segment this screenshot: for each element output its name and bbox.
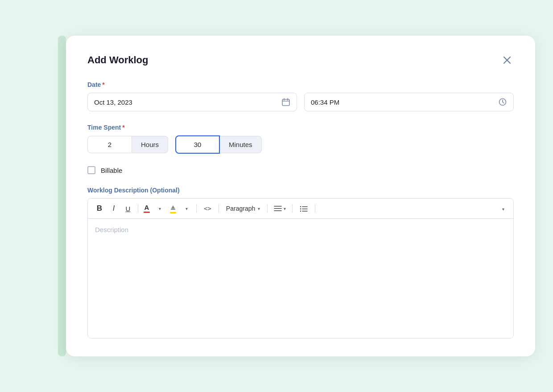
close-button[interactable]	[500, 53, 514, 67]
bold-button[interactable]: B	[93, 202, 106, 215]
font-color-red-bar	[144, 212, 150, 213]
list-button[interactable]	[296, 203, 311, 214]
more-chevron-icon: ▾	[502, 207, 504, 212]
svg-rect-9	[171, 208, 175, 210]
editor-placeholder: Description	[95, 226, 128, 233]
more-options-button[interactable]: ▾	[499, 204, 508, 214]
font-color-a-label: A	[144, 204, 149, 211]
align-chevron-icon: ▾	[284, 206, 286, 211]
time-spent-section: Time Spent * Hours Minutes	[87, 124, 514, 154]
highlight-dropdown-button[interactable]: ▾	[180, 204, 193, 213]
highlight-chevron-icon: ▾	[186, 206, 188, 211]
toolbar-divider-1	[138, 204, 138, 213]
description-section: Worklog Description (Optional) B I U	[87, 187, 514, 339]
toolbar-divider-2	[196, 204, 197, 213]
font-color-button[interactable]: A	[142, 203, 152, 214]
paragraph-chevron-icon: ▾	[258, 206, 260, 211]
highlight-button[interactable]	[168, 203, 178, 214]
dialog-header: Add Worklog	[87, 53, 514, 67]
dialog-title: Add Worklog	[87, 54, 148, 66]
calendar-icon	[281, 98, 290, 106]
toolbar-divider-3	[219, 204, 219, 213]
toolbar-divider-4	[267, 204, 268, 213]
svg-point-18	[300, 211, 301, 212]
time-spent-label: Time Spent *	[87, 124, 514, 131]
paragraph-select-button[interactable]: Paragraph ▾	[223, 203, 264, 214]
date-section: Date * Oct 13, 2023	[87, 81, 514, 124]
underline-button[interactable]: U	[122, 203, 134, 214]
editor-body[interactable]: Description	[88, 219, 513, 338]
time-spent-required-star: *	[122, 124, 124, 131]
svg-line-8	[503, 102, 504, 103]
time-picker-input[interactable]: 06:34 PM	[304, 93, 514, 111]
billable-row: Billable	[87, 166, 514, 174]
time-inputs-row: Hours Minutes	[87, 135, 514, 154]
toolbar-divider-6	[315, 204, 315, 213]
editor-toolbar: B I U A	[88, 199, 513, 219]
align-button[interactable]: ▾	[271, 204, 289, 213]
italic-button[interactable]: I	[107, 203, 120, 214]
hours-label: Hours	[132, 136, 168, 153]
font-color-dropdown-button[interactable]: ▾	[153, 204, 166, 213]
close-icon	[502, 55, 512, 65]
svg-point-17	[300, 208, 301, 209]
highlight-icon	[169, 204, 177, 211]
code-button[interactable]: <>	[200, 203, 215, 214]
time-value: 06:34 PM	[311, 98, 494, 106]
align-icon	[274, 205, 282, 212]
editor-container: B I U A	[87, 198, 514, 339]
list-icon	[300, 206, 308, 212]
date-picker-input[interactable]: Oct 13, 2023	[87, 93, 297, 111]
svg-rect-2	[282, 99, 289, 106]
left-accent-strip	[58, 36, 66, 356]
date-required-star: *	[102, 81, 104, 88]
clock-icon	[498, 98, 507, 106]
minutes-input[interactable]	[175, 135, 220, 154]
font-color-chevron-icon: ▾	[159, 206, 161, 211]
date-row: Oct 13, 2023 06:34 PM	[87, 93, 514, 111]
add-worklog-dialog: Add Worklog Date * Oct 13, 2023	[66, 36, 535, 356]
billable-label: Billable	[101, 167, 122, 174]
toolbar-divider-5	[292, 204, 293, 213]
hours-input[interactable]	[87, 136, 132, 153]
date-label: Date *	[87, 81, 514, 88]
minutes-label: Minutes	[220, 136, 262, 153]
billable-checkbox[interactable]	[87, 166, 95, 174]
svg-point-16	[300, 206, 301, 207]
date-value: Oct 13, 2023	[94, 98, 277, 106]
description-label: Worklog Description (Optional)	[87, 187, 514, 194]
highlight-yellow-bar	[170, 212, 176, 213]
page-background: Add Worklog Date * Oct 13, 2023	[0, 0, 553, 392]
